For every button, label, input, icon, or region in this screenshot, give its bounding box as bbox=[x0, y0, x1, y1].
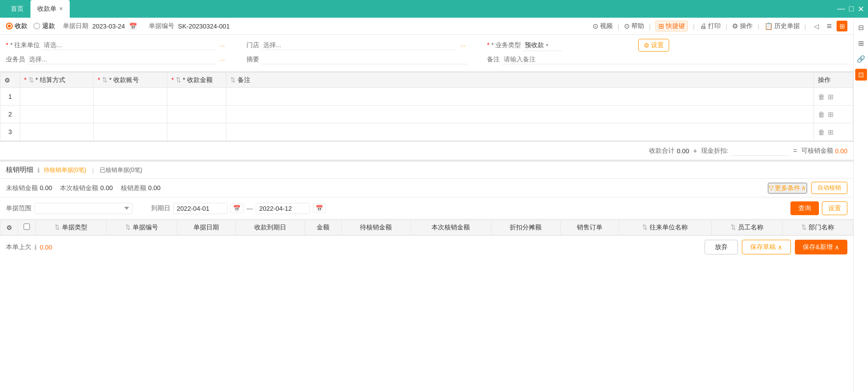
tab-done[interactable]: 已核销单据(0笔) bbox=[100, 166, 142, 174]
col-account-header: ⇅ * 收款账号 bbox=[94, 73, 167, 88]
store-input[interactable] bbox=[261, 40, 456, 50]
row-settlement-3[interactable] bbox=[20, 123, 94, 141]
more-conditions-btn[interactable]: ▽ 更多条件 ∧ bbox=[768, 183, 807, 194]
tab-close-icon[interactable]: × bbox=[59, 5, 63, 12]
range-field: 单据范围 bbox=[6, 203, 136, 214]
row-delete-1[interactable]: 🗑 bbox=[818, 93, 825, 101]
help-action[interactable]: ⊙ 帮助 bbox=[624, 22, 644, 30]
history-action[interactable]: 📋 历史单据 bbox=[764, 22, 800, 30]
save-draft-btn[interactable]: 保存草稿 ∧ bbox=[742, 240, 791, 254]
summary-row: 收款合计 0.00 + 现金折扣: = 可核销金额 0.00 bbox=[0, 141, 853, 160]
partner-more-icon[interactable]: ··· bbox=[217, 42, 227, 49]
row-delete-2[interactable]: 🗑 bbox=[818, 111, 825, 118]
wt-checkbox-all[interactable] bbox=[24, 223, 30, 230]
date-to-input[interactable] bbox=[256, 203, 310, 214]
view-icon-list[interactable]: ◁ bbox=[811, 21, 822, 31]
filter-icon: ▽ bbox=[769, 184, 774, 192]
row-remark-2[interactable] bbox=[226, 106, 814, 123]
wt-sort5: ⇅ bbox=[801, 223, 809, 231]
save-new-btn[interactable]: 保存&新增 ∧ bbox=[795, 240, 847, 254]
sidebar-icon-3[interactable]: 🔗 bbox=[855, 53, 867, 65]
row-account-2[interactable] bbox=[94, 106, 167, 123]
wt-col-checkbox[interactable] bbox=[18, 220, 36, 235]
row-amount-3[interactable] bbox=[167, 123, 226, 141]
calendar-icon[interactable]: 📅 bbox=[129, 23, 137, 30]
operations-action[interactable]: ⚙ 操作 bbox=[732, 22, 753, 30]
row-account-3[interactable] bbox=[94, 123, 167, 141]
sort-icon: ⇅ bbox=[28, 76, 36, 84]
main-table: ⚙ ⇅ * 结算方式 ⇅ * 收款账号 ⇅ * 收款金额 bbox=[0, 72, 853, 141]
date-from-input[interactable] bbox=[173, 203, 227, 214]
biz-type-select[interactable]: 预收款 ▾ bbox=[523, 40, 562, 51]
row-settlement-2[interactable] bbox=[20, 106, 94, 123]
wt-col-current: 本次核销金额 bbox=[410, 220, 491, 235]
tab-home[interactable]: 首页 bbox=[4, 0, 30, 18]
divider3: | bbox=[693, 23, 694, 30]
ops-icon: ⚙ bbox=[732, 22, 738, 30]
col-settings-header[interactable]: ⚙ bbox=[0, 73, 20, 88]
close-icon[interactable]: ✕ bbox=[858, 4, 864, 14]
diff-value: 0.00 bbox=[148, 184, 161, 192]
discard-btn[interactable]: 放弃 bbox=[705, 240, 738, 254]
video-icon: ⊙ bbox=[593, 22, 598, 30]
writeoff-header: 核销明细 ℹ 待核销单据(0笔) | 已核销单据(0笔) bbox=[0, 162, 853, 179]
query-btn[interactable]: 查询 bbox=[790, 201, 819, 215]
wt-col-settings[interactable]: ⚙ bbox=[0, 220, 18, 235]
store-more-icon[interactable]: ··· bbox=[458, 42, 467, 49]
staff-input[interactable] bbox=[27, 55, 216, 64]
col-remark-header: ⇅ 备注 bbox=[226, 73, 814, 88]
main-content: 收款 退款 单据日期 2023-03-24 📅 单据编号 SK-20230324… bbox=[0, 18, 868, 391]
range-select[interactable] bbox=[34, 203, 133, 214]
partner-input[interactable] bbox=[42, 40, 216, 50]
table-row: 2 🗑 ⊞ bbox=[0, 106, 853, 123]
tab-pending[interactable]: 待核销单据(0笔) bbox=[44, 166, 86, 174]
writeoff-section: 核销明细 ℹ 待核销单据(0笔) | 已核销单据(0笔) 未核销金额 0.00 … bbox=[0, 160, 853, 235]
writeoff-actions: ▽ 更多条件 ∧ 自动核销 bbox=[768, 182, 847, 194]
writeoff-settings-btn[interactable]: 设置 bbox=[822, 201, 847, 215]
auto-writeoff-btn[interactable]: 自动核销 bbox=[811, 182, 847, 194]
row-remark-1[interactable] bbox=[226, 88, 814, 106]
biz-type-value: 预收款 bbox=[525, 41, 544, 50]
sidebar-icon-2[interactable]: ⊞ bbox=[855, 37, 867, 49]
row-copy-3[interactable]: ⊞ bbox=[828, 128, 834, 136]
shortcut-action[interactable]: ⊞ 快捷键 bbox=[655, 21, 688, 31]
radio-refund[interactable]: 退款 bbox=[33, 22, 55, 30]
sidebar-icon-4[interactable]: ⊡ bbox=[855, 69, 867, 81]
wt-sort2: ⇅ bbox=[125, 223, 133, 231]
radio-receipt[interactable]: 收款 bbox=[6, 22, 27, 30]
shortcut-icon: ⊞ bbox=[658, 22, 664, 30]
view-icon-grid[interactable]: ≡ bbox=[824, 21, 835, 31]
divider2: | bbox=[649, 23, 651, 30]
row-account-1[interactable] bbox=[94, 88, 167, 106]
row-amount-1[interactable] bbox=[167, 88, 226, 106]
summary-input[interactable] bbox=[261, 55, 467, 64]
settings-button[interactable]: ⚙ 设置 bbox=[638, 39, 669, 52]
tab-receipt[interactable]: 收款单 × bbox=[30, 0, 70, 18]
settings-icon: ⚙ bbox=[644, 42, 650, 49]
plus-sign: + bbox=[693, 147, 697, 155]
view-icon-card[interactable]: ⊞ bbox=[837, 21, 847, 31]
bottom-bar: 本单上欠 ℹ 0.00 放弃 保存草稿 ∧ 保存&新增 ∧ bbox=[0, 235, 853, 258]
wt-col-doc-no: ⇅ 单据编号 bbox=[107, 220, 177, 235]
maximize-icon[interactable]: □ bbox=[849, 4, 854, 13]
row-settlement-1[interactable] bbox=[20, 88, 94, 106]
current-value: 0.00 bbox=[100, 184, 112, 192]
cal-to-btn[interactable]: 📅 bbox=[313, 203, 326, 213]
row-copy-2[interactable]: ⊞ bbox=[828, 111, 834, 118]
staff-more-icon[interactable]: ··· bbox=[217, 56, 227, 63]
tab-divider: | bbox=[92, 167, 94, 174]
sort-icon4: ⇅ bbox=[230, 76, 238, 84]
row-num-3: 3 bbox=[0, 123, 20, 141]
print-action[interactable]: 🖨 打印 bbox=[700, 22, 721, 30]
row-copy-1[interactable]: ⊞ bbox=[828, 93, 834, 101]
row-amount-2[interactable] bbox=[167, 106, 226, 123]
minimize-icon[interactable]: — bbox=[837, 4, 845, 13]
video-action[interactable]: ⊙ 视频 bbox=[593, 22, 613, 30]
cal-from-btn[interactable]: 📅 bbox=[230, 203, 244, 213]
remark-input[interactable] bbox=[502, 55, 847, 64]
row-delete-3[interactable]: 🗑 bbox=[818, 128, 825, 136]
row-remark-3[interactable] bbox=[226, 123, 814, 141]
wt-col-amount: 金额 bbox=[305, 220, 341, 235]
sidebar-icon-1[interactable]: ⊟ bbox=[855, 22, 867, 33]
discount-input[interactable] bbox=[731, 146, 789, 156]
